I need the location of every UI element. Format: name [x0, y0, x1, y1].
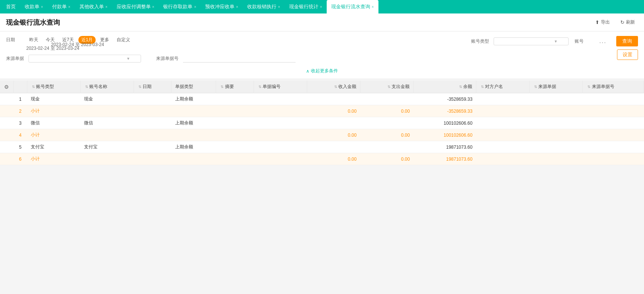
cell-doc-type: 上期余额: [171, 117, 216, 129]
source-doc-no-input[interactable]: [183, 55, 296, 63]
cell-seq: 3: [14, 117, 27, 129]
source-doc-select[interactable]: ▼: [29, 55, 141, 63]
refresh-button[interactable]: ↻ 刷新: [617, 18, 638, 27]
query-button[interactable]: 查询: [616, 36, 638, 46]
column-expense[interactable]: ⇅ 支出金额: [360, 81, 414, 93]
cell-expense: [360, 93, 414, 105]
nav-label-home: 首页: [6, 3, 16, 10]
column-account-name[interactable]: ⇅ 账号名称: [80, 81, 134, 93]
column-counterpart[interactable]: ⇅ 对方户名: [476, 81, 530, 93]
source-doc-filter: 来源单据 ▼: [6, 55, 141, 63]
cell-balance: 19871073.60: [414, 141, 476, 153]
cell-source-doc-no: [583, 117, 644, 129]
column-summary[interactable]: ⇅ 摘要: [216, 81, 254, 93]
cell-counterpart: [476, 105, 530, 117]
account-dots[interactable]: ...: [597, 38, 609, 45]
close-icon[interactable]: ×: [372, 5, 374, 9]
cell-expense: [360, 117, 414, 129]
close-icon[interactable]: ×: [41, 5, 43, 9]
cell-gear: [0, 153, 14, 165]
cell-account-type: 小计: [27, 129, 80, 141]
sort-arrows: ⇅: [85, 85, 88, 89]
source-doc-no-filter: 来源单据号: [156, 55, 296, 63]
sort-arrows: ⇅: [459, 85, 462, 89]
cell-date: [134, 129, 171, 141]
column-date[interactable]: ⇅ 日期: [134, 81, 171, 93]
cell-seq: 4: [14, 129, 27, 141]
date-btn-custom[interactable]: 自定义: [114, 36, 133, 44]
source-doc-no-label: 来源单据号: [156, 55, 179, 62]
cell-gear: [0, 117, 14, 129]
close-icon[interactable]: ×: [194, 5, 196, 9]
nav-item-other-income[interactable]: 其他收入单 ×: [75, 0, 112, 13]
cell-doc-type: [171, 129, 216, 141]
column-balance[interactable]: ⇅ 余额: [414, 81, 476, 93]
collapse-bar[interactable]: ∧ 收起更多条件: [6, 68, 638, 74]
cell-income: [307, 93, 360, 105]
sort-arrows: ⇅: [138, 85, 141, 89]
close-icon[interactable]: ×: [320, 5, 322, 9]
cell-summary: [216, 105, 254, 117]
cell-source-doc-no: [583, 141, 644, 153]
page-header: 现金银行流水查询 ⬆ 导出 ↻ 刷新: [0, 13, 644, 31]
cell-date: [134, 105, 171, 117]
nav-item-writeoff[interactable]: 收款核销执行 ×: [243, 0, 285, 13]
close-icon[interactable]: ×: [105, 5, 108, 9]
cell-expense: 0.00: [360, 105, 414, 117]
nav-item-adjustment[interactable]: 应收应付调整单 ×: [112, 0, 159, 13]
cell-summary: [216, 117, 254, 129]
column-doc-type[interactable]: 单据类型: [171, 81, 216, 93]
page-title: 现金银行流水查询: [6, 18, 60, 27]
export-button[interactable]: ⬆ 导出: [592, 18, 613, 27]
date-range: 2023-02-24 至 2023-03-24: [51, 42, 104, 48]
filter-row-date: 日期 昨天 今天 近7天 近1月 更多 自定义 2023-02-24 至 202…: [6, 36, 464, 44]
cell-date: [134, 153, 171, 165]
nav-label-payment: 付款单: [52, 3, 67, 10]
cell-counterpart: [476, 141, 530, 153]
cell-balance: 100102606.60: [414, 129, 476, 141]
cell-source-doc: [530, 153, 583, 165]
cell-gear: [0, 93, 14, 105]
table-row: 3微信微信上期余额100102606.60: [0, 117, 644, 129]
cell-income: 0.00: [307, 129, 360, 141]
nav-item-advance[interactable]: 预收冲应收单 ×: [201, 0, 243, 13]
cell-doc-no: [254, 153, 307, 165]
nav-item-receipt[interactable]: 收款单 ×: [20, 0, 48, 13]
column-doc-no[interactable]: ⇅ 单据编号: [254, 81, 307, 93]
column-account-type[interactable]: ⇅ 账号类型: [27, 81, 80, 93]
cell-account-name: [80, 153, 134, 165]
refresh-icon: ↻: [620, 19, 624, 25]
close-icon[interactable]: ×: [152, 5, 155, 9]
cell-doc-no: [254, 141, 307, 153]
cell-income: 0.00: [307, 153, 360, 165]
sort-arrows: ⇅: [258, 85, 261, 89]
cell-gear: [0, 105, 14, 117]
cell-source-doc-no: [583, 93, 644, 105]
cell-account-name: 微信: [80, 117, 134, 129]
filter-row-source: 来源单据 ▼ 来源单据号: [6, 55, 464, 63]
cell-source-doc: [530, 93, 583, 105]
setting-button[interactable]: 设置: [617, 49, 638, 60]
close-icon[interactable]: ×: [68, 5, 71, 9]
column-source-doc[interactable]: ⇅ 来源单据: [530, 81, 583, 93]
chevron-down-icon: ▼: [554, 39, 558, 43]
nav-label-stats: 现金银行统计: [289, 3, 318, 10]
sort-arrows: ⇅: [587, 85, 590, 89]
nav-item-home[interactable]: 首页: [2, 0, 20, 13]
table-body: 1现金现金上期余额-3528659.332小计0.000.00-3528659.…: [0, 93, 644, 165]
column-income[interactable]: ⇅ 收入金额: [307, 81, 360, 93]
cell-seq: 6: [14, 153, 27, 165]
date-btn-yesterday[interactable]: 昨天: [26, 36, 41, 44]
nav-item-payment[interactable]: 付款单 ×: [48, 0, 75, 13]
column-source-doc-no[interactable]: ⇅ 来源单据号: [583, 81, 644, 93]
nav-item-bank-withdrawal[interactable]: 银行存取款单 ×: [159, 0, 201, 13]
cell-summary: [216, 129, 254, 141]
column-gear[interactable]: ⚙: [0, 81, 14, 93]
nav-item-cashflow[interactable]: 现金银行流水查询 ×: [327, 0, 378, 13]
close-icon[interactable]: ×: [278, 5, 280, 9]
account-type-select[interactable]: ▼: [494, 37, 569, 45]
close-icon[interactable]: ×: [236, 5, 238, 9]
data-table: ⚙ ⇅ 账号类型 ⇅ 账号名称 ⇅ 日期 单据类型: [0, 81, 644, 165]
nav-item-stats[interactable]: 现金银行统计 ×: [285, 0, 327, 13]
cell-doc-no: [254, 93, 307, 105]
